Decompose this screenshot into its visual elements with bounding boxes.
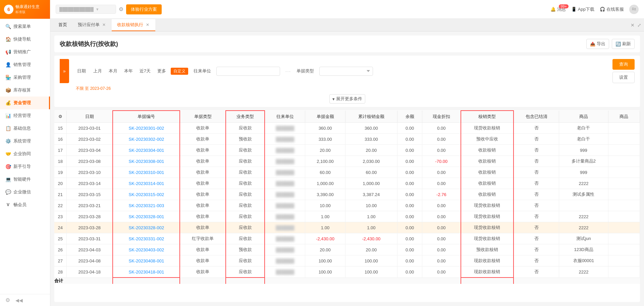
cell-product1: 2222 (559, 222, 608, 233)
th-discount[interactable]: 现金折扣 (422, 111, 461, 123)
settings-footer-icon[interactable]: ⚙ (5, 297, 10, 303)
tab-close-prepay[interactable]: ✕ (102, 22, 106, 27)
message-button[interactable]: 🔔 消息 99+ (550, 6, 566, 12)
table-container: ⚙ 日期 单据编号 单据类型 业务类型 往来单位 单据金额 累计核销金额 余额 … (54, 110, 640, 302)
bill-no-link[interactable]: SK-20230328-002 (129, 225, 164, 230)
cell-product1: 2222 (559, 266, 608, 278)
sidebar-item-base[interactable]: 📋 基础信息 (0, 122, 50, 135)
sidebar-item-hardware[interactable]: 💻 智能硬件 (0, 173, 50, 186)
sidebar-item-wechat[interactable]: 💬 企业微信 (0, 186, 50, 198)
date-last-month-btn[interactable]: 上月 (91, 67, 104, 75)
cell-included: 否 (514, 244, 559, 255)
bill-no-link[interactable]: SK-20230310-001 (129, 170, 164, 175)
table-row: 23 2023-03-28 SK-20230328-001 收款单 应收款 ██… (54, 211, 640, 222)
sidebar-item-ops[interactable]: 📊 经营管理 (0, 109, 50, 122)
collapse-icon[interactable]: ◀◀ (15, 298, 23, 303)
sidebar-item-member[interactable]: V 畅会员 (0, 198, 50, 211)
bill-no-link[interactable]: SK-20230304-001 (129, 148, 164, 153)
bill-no-link[interactable]: SK-20230403-002 (129, 247, 164, 252)
cell-cum-amount: 333.00 (345, 134, 397, 145)
date-more-btn[interactable]: 更多 (155, 67, 168, 75)
tab-collection[interactable]: 收款核销执行 ✕ (112, 19, 155, 31)
date-this-month-btn[interactable]: 本月 (107, 67, 119, 75)
bill-no-link[interactable]: SK-20230308-001 (129, 159, 164, 164)
sidebar-item-marketing[interactable]: 📢 营销推广 (0, 46, 50, 58)
app-download-button[interactable]: 📱 App下载 (571, 6, 594, 12)
bill-no-link[interactable]: SK-20230331-002 (129, 236, 164, 241)
sidebar-item-label: 系统管理 (13, 138, 31, 144)
date-custom-btn[interactable]: 自定义 (171, 68, 188, 75)
th-bill-no[interactable]: 单据编号 (113, 111, 180, 123)
cell-date: 2023-03-15 (66, 189, 113, 200)
sidebar-item-system[interactable]: ⚙️ 系统管理 (0, 135, 50, 147)
cell-product2 (608, 244, 640, 255)
sidebar-item-purchase[interactable]: 🏪 采购管理 (0, 71, 50, 84)
table-row: 20 2023-03-14 SK-20230314-001 收款单 应收款 ██… (54, 178, 640, 189)
th-cum-amount[interactable]: 累计核销金额 (345, 111, 397, 123)
gear-icon[interactable]: ⚙ (119, 6, 123, 12)
export-button[interactable]: 📤 导出 (586, 39, 609, 49)
tab-label: 预计应付单 (78, 22, 100, 28)
cell-balance: 0.00 (397, 266, 422, 278)
tab-close-all-button[interactable]: ✕ (631, 22, 635, 28)
th-product1[interactable]: 商品 (559, 111, 608, 123)
table-body: 15 2023-03-01 SK-20230301-002 收款单 应收款 ██… (54, 123, 640, 278)
solution-button[interactable]: 体验行业方案 (126, 4, 162, 14)
page-header: 收款核销执行(按收款) 📤 导出 🔄 刷新 (54, 36, 640, 52)
expand-more-button[interactable]: ▾ 展开更多条件 (329, 94, 365, 104)
th-balance[interactable]: 余额 (397, 111, 422, 123)
settings-button[interactable]: 设置 (612, 72, 635, 83)
bill-type-filter-select[interactable] (319, 67, 373, 76)
bell-icon: 🔔 (550, 7, 556, 12)
tab-home[interactable]: 首页 (53, 19, 72, 31)
sidebar-item-inventory[interactable]: 📦 库存核算 (0, 84, 50, 97)
cell-bill-no: SK-20230408-001 (113, 255, 180, 266)
tab-expand-button[interactable]: ⤢ (637, 22, 641, 28)
tab-close-collection[interactable]: ✕ (145, 22, 150, 27)
th-biz-type[interactable]: 业务类型 (226, 111, 265, 123)
sidebar-item-finance[interactable]: 💰 资金管理 (0, 97, 50, 109)
bill-no-link[interactable]: SK-20230302-002 (129, 137, 164, 142)
bill-no-link[interactable]: SK-20230408-001 (129, 258, 164, 263)
th-included[interactable]: 包含已结清 (514, 111, 559, 123)
user-avatar[interactable]: Rit (629, 5, 639, 14)
tab-label: 首页 (58, 22, 67, 28)
query-button[interactable]: 查询 (612, 59, 635, 70)
sidebar-item-quick-nav[interactable]: 🏠 快捷导航 (0, 33, 50, 46)
sidebar-item-corp[interactable]: 🤝 企业协同 (0, 147, 50, 160)
table-scroll[interactable]: ⚙ 日期 单据编号 单据类型 业务类型 往来单位 单据金额 累计核销金额 余额 … (54, 110, 640, 302)
service-button[interactable]: 🎧 在线客服 (600, 6, 624, 12)
th-bill-type[interactable]: 单据类型 (180, 111, 226, 123)
table-row: 19 2023-03-10 SK-20230310-001 收款单 应收款 ██… (54, 167, 640, 178)
sidebar-item-guide[interactable]: 🎯 新手引导 (0, 160, 50, 173)
th-amount[interactable]: 单据金额 (305, 111, 345, 123)
header-search-box[interactable]: ████████████ ▾ (56, 5, 116, 14)
date-this-year-btn[interactable]: 本年 (122, 67, 135, 75)
cell-product2 (608, 134, 640, 145)
bill-no-link[interactable]: SK-20230314-001 (129, 181, 164, 186)
cell-bill-no: SK-20230301-002 (113, 123, 180, 134)
date-7days-btn[interactable]: 近7天 (138, 67, 153, 75)
bill-no-link[interactable]: SK-20230301-002 (129, 126, 164, 131)
bill-no-link[interactable]: SK-20230321-003 (129, 203, 164, 208)
th-verify-type[interactable]: 核销类型 (461, 111, 514, 123)
tab-prepay[interactable]: 预计应付单 ✕ (72, 19, 112, 31)
cell-partner: ██████ (265, 123, 305, 134)
cell-biz-type: 应收款 (226, 156, 265, 167)
th-settings[interactable]: ⚙ (54, 111, 66, 123)
th-date[interactable]: 日期 (66, 111, 113, 123)
cell-verify-type: 现款收款核销 (461, 266, 514, 278)
th-partner[interactable]: 往来单位 (265, 111, 305, 123)
sidebar-item-search[interactable]: 🔍 搜索菜单 (0, 20, 50, 33)
cell-no: 20 (54, 178, 66, 189)
bill-no-link[interactable]: SK-20230328-001 (129, 214, 164, 219)
partner-filter-input[interactable] (216, 67, 280, 76)
th-product2[interactable]: 商品 (608, 111, 640, 123)
refresh-button[interactable]: 🔄 刷新 (612, 39, 635, 49)
sidebar-item-sales[interactable]: 👤 销售管理 (0, 58, 50, 71)
filter-expand-button[interactable]: » (60, 59, 69, 83)
cell-bill-no: SK-20230403-002 (113, 244, 180, 255)
bill-no-link[interactable]: SK-20230315-002 (129, 192, 164, 197)
cell-verify-type: 现货收款核销 (461, 200, 514, 211)
bill-no-link[interactable]: SK-20230418-001 (129, 269, 164, 274)
